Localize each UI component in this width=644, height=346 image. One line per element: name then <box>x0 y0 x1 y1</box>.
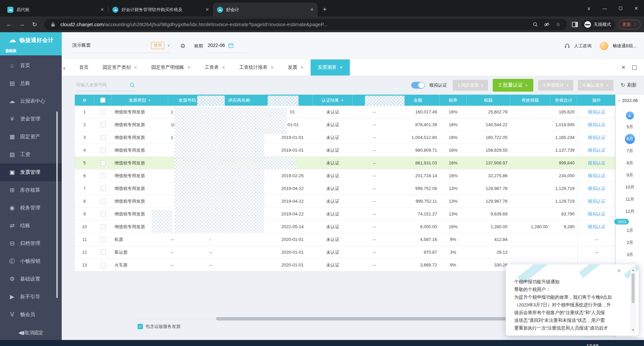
sidebar-item-基础设置[interactable]: ⚙基础设置 <box>0 270 62 288</box>
search-in-page-icon[interactable] <box>531 22 539 27</box>
sidebar-item-云报表中心[interactable]: ☁云报表中心 <box>0 92 62 110</box>
sidebar-item-税务管理[interactable]: ◉税务管理 <box>0 199 62 217</box>
browser-menu-chevron-icon[interactable]: ∨ <box>581 0 597 16</box>
col-header-认证结果[interactable]: 认证结果∨ <box>313 95 353 106</box>
step-button-2.批量认证[interactable]: 2.批量认证∨ <box>493 79 533 92</box>
col-header-发票类型[interactable]: 发票类型∨ <box>112 95 168 106</box>
page-tab-工资表[interactable]: 工资表✕ <box>198 59 232 76</box>
settings-gear-icon[interactable]: ⚙ <box>180 42 185 50</box>
transport-invoice-filter[interactable]: ✓ 包含运输服务发票 <box>138 324 180 330</box>
page-tab-close-icon[interactable]: ✕ <box>134 65 137 70</box>
column-settings-gear-icon[interactable]: ⚙ <box>75 95 94 106</box>
reload-button[interactable]: ↻ <box>29 19 40 30</box>
checkbox-icon[interactable] <box>101 199 106 204</box>
notice-scrollbar-thumb[interactable] <box>632 274 635 303</box>
month-item-5月[interactable]: 5月 <box>616 121 644 133</box>
row-checkbox[interactable] <box>94 144 112 156</box>
row-checkbox[interactable] <box>94 169 112 182</box>
row-checkbox[interactable] <box>94 118 112 131</box>
new-tab-button[interactable]: + <box>320 4 330 14</box>
month-item-12月[interactable]: 12月 <box>616 205 644 217</box>
row-checkbox[interactable] <box>94 259 112 271</box>
checkbox-icon[interactable] <box>101 211 106 216</box>
checkbox-icon[interactable] <box>101 160 106 165</box>
side-panel-icon[interactable] <box>571 22 579 27</box>
fullscreen-icon[interactable] <box>632 65 637 70</box>
back-button[interactable]: ← <box>3 19 15 30</box>
checkbox-icon[interactable] <box>101 262 106 267</box>
sidebar-item-库存核算[interactable]: ⊞库存核算 <box>0 181 62 199</box>
close-notice-icon[interactable]: ✕ <box>617 268 621 274</box>
row-checkbox[interactable] <box>94 195 112 207</box>
simulate-certify-link[interactable]: 模拟认证 <box>588 211 605 217</box>
sidebar-item-畅会员[interactable]: Ⅴ畅会员 <box>0 306 62 324</box>
checkbox-icon[interactable] <box>101 186 106 191</box>
checkbox-icon[interactable] <box>101 224 106 229</box>
update-button[interactable]: 更新 ⋮ <box>619 20 641 29</box>
browser-tab[interactable]: ☁易代账✕ <box>3 3 108 16</box>
close-window-button[interactable]: ✕ <box>628 0 644 16</box>
sidebar-item-固定资产[interactable]: ▦固定资产 <box>0 128 62 146</box>
sidebar-item-资金管理[interactable]: ¥资金管理 <box>0 110 62 128</box>
step-button-3.申请统计[interactable]: 3.申请统计∨ <box>538 80 573 91</box>
simulate-certify-link[interactable]: 模拟认证 <box>588 173 605 179</box>
step-button-4.确认签名[interactable]: 4.确认签名∨ <box>578 80 613 91</box>
page-tab-工资统计报表[interactable]: 工资统计报表✕ <box>232 59 281 76</box>
month-item-8月[interactable]: 8月 <box>616 157 644 169</box>
row-checkbox[interactable] <box>94 182 112 195</box>
month-item-6月[interactable]: 6月 <box>616 133 644 145</box>
scroll-months-up-button[interactable]: « <box>626 111 634 119</box>
refresh-button[interactable]: ↻ 刷新 <box>621 82 637 88</box>
simulate-certify-link[interactable]: 模拟认证 <box>588 224 605 230</box>
address-bar[interactable]: cloud2.chanjet.com/accounting/uh26t264j5… <box>44 19 567 30</box>
collapse-panel-icon[interactable]: » <box>618 98 620 103</box>
month-item-11月[interactable]: 11月 <box>616 193 644 205</box>
month-item-2月[interactable]: 2月 <box>616 237 644 249</box>
simulate-certify-link[interactable]: 模拟认证 <box>588 122 605 128</box>
page-tab-close-icon[interactable]: ✕ <box>339 65 343 70</box>
page-tab-固定资产类别[interactable]: 固定资产类别✕ <box>96 59 144 76</box>
close-all-tabs-icon[interactable]: ✕ <box>621 64 626 70</box>
minimize-button[interactable]: — <box>597 0 612 16</box>
row-checkbox[interactable] <box>94 106 112 118</box>
checkbox-icon[interactable] <box>101 135 106 140</box>
checkbox-icon[interactable] <box>101 148 106 153</box>
sidebar-item-工资[interactable]: ▧工资 <box>0 146 62 163</box>
support-link[interactable]: 人工咨询 <box>574 43 591 49</box>
step-button-1.同步发票[interactable]: 1.同步发票∨ <box>453 80 488 91</box>
simulate-certify-link[interactable]: 模拟认证 <box>588 186 605 192</box>
month-item-9月[interactable]: 9月 <box>616 169 644 181</box>
sidebar-item-归档管理[interactable]: ⊟归档管理 <box>0 235 62 252</box>
eye-off-icon[interactable] <box>543 22 551 27</box>
checkbox-icon[interactable] <box>101 109 106 114</box>
sidebar-item-小畅报销[interactable]: Ⓒ小畅报销 <box>0 252 62 270</box>
month-item-1月[interactable]: 1月 <box>616 225 644 237</box>
page-tab-发票[interactable]: 发票✕ <box>281 59 311 76</box>
sidebar-item-结账[interactable]: ⇄结账 <box>0 217 62 235</box>
search-icon[interactable] <box>129 82 135 88</box>
unpin-sidebar-button[interactable]: ◀▮取消固定 <box>0 330 62 336</box>
sidebar-scrollbar[interactable] <box>56 111 58 298</box>
row-checkbox[interactable] <box>94 131 112 144</box>
account-select[interactable]: 演示账套 禁用 ∨ <box>72 39 170 53</box>
page-tab-close-icon[interactable]: ✕ <box>222 65 225 70</box>
row-checkbox[interactable] <box>94 208 112 220</box>
sort-chevron-icon[interactable]: ∨ <box>341 98 343 102</box>
row-checkbox[interactable] <box>94 246 112 258</box>
browser-tab[interactable]: ☁好会计财务管理软件购买价格及✕ <box>108 3 213 16</box>
simulate-certify-link[interactable]: 模拟认证 <box>588 160 605 166</box>
checkbox-icon[interactable] <box>101 250 106 255</box>
checkbox-icon[interactable] <box>101 237 106 242</box>
scroll-up-arrow-icon[interactable]: ▲ <box>62 66 66 70</box>
scroll-down-icon[interactable]: ▼ <box>631 329 635 332</box>
simulate-certify-link[interactable]: 模拟认证 <box>588 135 605 141</box>
page-tab-close-icon[interactable]: ✕ <box>270 65 274 70</box>
maximize-button[interactable] <box>612 0 628 16</box>
sidebar-item-发票管理[interactable]: ▣发票管理 <box>0 163 62 181</box>
tab-close-icon[interactable]: ✕ <box>99 7 105 12</box>
calendar-icon[interactable] <box>228 43 233 48</box>
simulate-certify-link[interactable]: 模拟认证 <box>588 147 605 153</box>
month-item-10月[interactable]: 10月 <box>616 181 644 193</box>
scroll-up-icon[interactable]: ▲ <box>631 268 635 271</box>
row-checkbox[interactable] <box>94 233 112 246</box>
